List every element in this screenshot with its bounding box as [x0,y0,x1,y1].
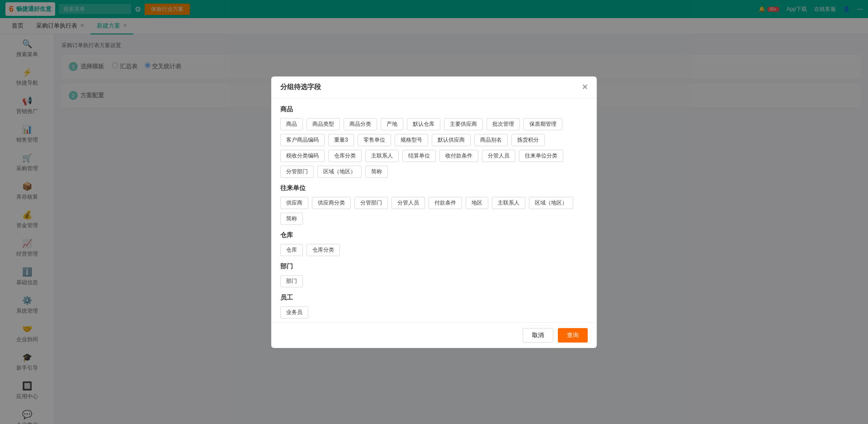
tag-department[interactable]: 部门 [280,275,303,287]
goods-tag-grid: 商品 商品类型 商品分类 产地 默认仓库 主要供应商 批次管理 保质期管理 客户… [280,118,588,178]
employee-tag-grid: 业务员 [280,306,588,319]
modal-confirm-btn[interactable]: 查询 [558,328,588,343]
modal-body: 商品 商品 商品类型 商品分类 产地 默认仓库 主要供应商 批次管理 保质期管理… [271,98,597,322]
tag-weight3[interactable]: 重量3 [328,134,354,146]
tag-abbr1[interactable]: 简称 [365,166,388,178]
section-title-partner: 往来单位 [280,184,588,192]
tag-supervisor[interactable]: 分管人员 [482,150,515,162]
tag-default-supplier[interactable]: 默认供应商 [432,134,471,146]
tag-tax-code[interactable]: 税收分类编码 [280,150,325,162]
warehouse-tag-grid: 仓库 仓库分类 [280,244,588,256]
tag-warehouse-cat[interactable]: 仓库分类 [307,244,340,256]
tag-expiry-management[interactable]: 保质期管理 [524,118,562,130]
dept-tag-grid: 部门 [280,275,588,287]
modal-close-btn[interactable]: ✕ [582,83,588,91]
partner-tag-grid: 供应商 供应商分类 分管部门 分管人员 付款条件 地区 主联系人 区域（地区） … [280,197,588,225]
tag-default-warehouse[interactable]: 默认仓库 [407,118,440,130]
tag-settlement-unit[interactable]: 结算单位 [402,150,436,162]
tag-supplier[interactable]: 供应商 [280,197,308,209]
tag-region2[interactable]: 地区 [466,197,488,209]
section-title-employee: 员工 [280,294,588,302]
tag-goods-type[interactable]: 商品类型 [307,118,340,130]
tag-customer-code[interactable]: 客户商品编码 [280,134,325,146]
tag-goods[interactable]: 商品 [280,118,303,130]
section-title-goods: 商品 [280,105,588,114]
tag-abbr2[interactable]: 简称 [280,213,303,225]
field-select-modal: 分组待选字段 ✕ 商品 商品 商品类型 商品分类 产地 默认仓库 主要供应商 批… [271,76,597,348]
modal-overlay: 分组待选字段 ✕ 商品 商品 商品类型 商品分类 产地 默认仓库 主要供应商 批… [0,0,868,424]
tag-salesperson[interactable]: 业务员 [280,306,308,319]
section-title-warehouse: 仓库 [280,231,588,239]
modal-footer: 取消 查询 [271,322,597,348]
tag-dept[interactable]: 分管部门 [280,166,314,178]
tag-batch-management[interactable]: 批次管理 [486,118,520,130]
tag-main-supplier[interactable]: 主要供应商 [444,118,483,130]
tag-payment-terms[interactable]: 收付款条件 [439,150,478,162]
tag-warehouse[interactable]: 仓库 [280,244,303,256]
tag-warehouse-category[interactable]: 仓库分类 [328,150,362,162]
tag-supervisor2[interactable]: 分管人员 [392,197,425,209]
modal-cancel-btn[interactable]: 取消 [523,328,553,343]
tag-main-contact2[interactable]: 主联系人 [492,197,525,209]
tag-goods-alias[interactable]: 商品别名 [474,134,508,146]
tag-main-contact[interactable]: 主联系人 [365,150,399,162]
tag-retail-unit[interactable]: 零售单位 [358,134,391,146]
modal-header: 分组待选字段 ✕ [271,76,597,98]
tag-spec-model[interactable]: 规格型号 [395,134,428,146]
tag-region1[interactable]: 区域（地区） [317,166,362,178]
tag-area2[interactable]: 区域（地区） [529,197,573,209]
tag-origin[interactable]: 产地 [381,118,403,130]
tag-partner-category[interactable]: 往来单位分类 [519,150,563,162]
tag-supplier-category[interactable]: 供应商分类 [312,197,351,209]
section-title-dept: 部门 [280,262,588,271]
tag-dept2[interactable]: 分管部门 [354,197,388,209]
modal-title: 分组待选字段 [280,83,321,91]
tag-goods-category[interactable]: 商品分类 [344,118,377,130]
tag-payment-cond[interactable]: 付款条件 [429,197,462,209]
tag-pick-points[interactable]: 拣货积分 [511,134,545,146]
